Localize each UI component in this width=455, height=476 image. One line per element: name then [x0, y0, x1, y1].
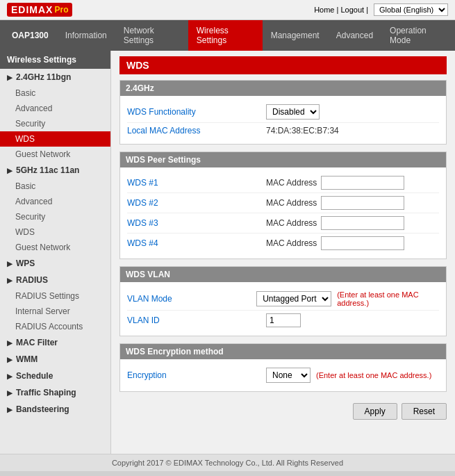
language-select[interactable]: Global (English) — [374, 3, 448, 16]
vlan-mode-hint: (Enter at least one MAC address.) — [337, 290, 439, 307]
nav-information[interactable]: Information — [57, 25, 115, 46]
wds3-mac-input[interactable] — [321, 216, 404, 230]
wds1-label[interactable]: WDS #1 — [127, 178, 266, 188]
sidebar-title: Wireless Settings — [0, 51, 110, 69]
local-mac-label[interactable]: Local MAC Address — [127, 126, 266, 136]
vlan-id-row: VLAN ID — [127, 311, 439, 330]
wds-functionality-select[interactable]: Disabled Enabled — [266, 104, 320, 120]
wds1-mac-input[interactable] — [321, 176, 404, 190]
device-name: OAP1300 — [3, 25, 57, 46]
reset-button[interactable]: Reset — [402, 403, 447, 420]
sidebar-group-mac-filter[interactable]: ▶ MAC Filter — [0, 334, 110, 351]
vlan-mode-select[interactable]: Untagged Port Tagged Port — [256, 291, 331, 306]
enc-hint: (Enter at least one MAC address.) — [316, 371, 431, 379]
sidebar-group-2.4ghz[interactable]: ▶ 2.4GHz 11bgn — [0, 69, 110, 85]
nav-bar: OAP1300 Information Network Settings Wir… — [0, 20, 455, 51]
page-title: WDS — [119, 56, 447, 74]
wds-functionality-row: WDS Functionality Disabled Enabled — [127, 101, 439, 123]
footer: Copyright 2017 © EDIMAX Technology Co., … — [0, 454, 455, 471]
wds1-row: WDS #1 MAC Address — [127, 173, 439, 193]
enc-label[interactable]: Encryption — [127, 370, 266, 380]
sidebar-group-traffic-shaping[interactable]: ▶ Traffic Shaping — [0, 384, 110, 401]
content-area: WDS 2.4GHz WDS Functionality Disabled En… — [111, 51, 455, 454]
nav-wireless-settings[interactable]: Wireless Settings — [188, 20, 263, 51]
section-enc-header: WDS Encryption method — [120, 344, 446, 359]
logo-pro-text: Pro — [54, 5, 68, 15]
sidebar-group-wmm[interactable]: ▶ WMM — [0, 351, 110, 368]
enc-row: Encryption None WEP WPA2 (Enter at least… — [127, 365, 439, 386]
wds-functionality-value: Disabled Enabled — [266, 104, 439, 120]
wds3-mac-label: MAC Address — [266, 218, 317, 228]
button-row: Apply Reset — [119, 399, 447, 424]
sidebar-group-bandsteering[interactable]: ▶ Bandsteering — [0, 401, 110, 418]
sidebar-item-guest-2.4[interactable]: Guest Network — [0, 147, 110, 162]
wds2-mac-label: MAC Address — [266, 198, 317, 208]
wds2-row: WDS #2 MAC Address — [127, 193, 439, 213]
sidebar-item-basic-2.4[interactable]: Basic — [0, 85, 110, 101]
nav-operation-mode[interactable]: Operation Mode — [381, 20, 452, 51]
sidebar-item-internal-server[interactable]: Internal Server — [0, 304, 110, 319]
logo: EDIMAX Pro — [7, 3, 72, 17]
nav-network-settings[interactable]: Network Settings — [115, 20, 188, 51]
section-vlan: WDS VLAN VLAN Mode Untagged Port Tagged … — [119, 266, 447, 336]
sidebar-item-security-5g[interactable]: Security — [0, 209, 110, 224]
sidebar-item-advanced-5g[interactable]: Advanced — [0, 194, 110, 209]
vlan-id-value — [266, 313, 301, 327]
section-peer-settings: WDS Peer Settings WDS #1 MAC Address WDS… — [119, 151, 447, 259]
wds3-row: WDS #3 MAC Address — [127, 213, 439, 233]
apply-button[interactable]: Apply — [353, 403, 397, 420]
sidebar: Wireless Settings ▶ 2.4GHz 11bgn Basic A… — [0, 51, 111, 454]
footer-text: Copyright 2017 © EDIMAX Technology Co., … — [112, 459, 343, 467]
wds3-mac: MAC Address — [266, 216, 439, 230]
section-2.4ghz-header: 2.4GHz — [120, 81, 446, 96]
vlan-id-input[interactable] — [266, 313, 301, 327]
sidebar-item-basic-5g[interactable]: Basic — [0, 179, 110, 194]
sidebar-item-security-2.4[interactable]: Security — [0, 116, 110, 131]
sidebar-item-guest-5g[interactable]: Guest Network — [0, 240, 110, 255]
section-encryption: WDS Encryption method Encryption None WE… — [119, 343, 447, 392]
wds1-mac: MAC Address — [266, 176, 439, 190]
sidebar-group-wps[interactable]: ▶ WPS — [0, 255, 110, 272]
section-2.4ghz: 2.4GHz WDS Functionality Disabled Enable… — [119, 80, 447, 145]
wds4-row: WDS #4 MAC Address — [127, 233, 439, 253]
local-mac-row: Local MAC Address 74:DA:38:EC:B7:34 — [127, 123, 439, 138]
section-peer-header: WDS Peer Settings — [120, 152, 446, 167]
top-links: Home | Logout | — [314, 6, 368, 14]
section-vlan-header: WDS VLAN — [120, 267, 446, 282]
sidebar-item-radius-accounts[interactable]: RADIUS Accounts — [0, 319, 110, 334]
nav-management[interactable]: Management — [263, 25, 328, 46]
wds3-label[interactable]: WDS #3 — [127, 218, 266, 228]
sidebar-item-advanced-2.4[interactable]: Advanced — [0, 101, 110, 116]
sidebar-item-wds-5g[interactable]: WDS — [0, 224, 110, 240]
wds4-mac-input[interactable] — [321, 236, 404, 250]
sidebar-group-schedule[interactable]: ▶ Schedule — [0, 368, 110, 384]
wds4-mac-label: MAC Address — [266, 238, 317, 248]
vlan-mode-row: VLAN Mode Untagged Port Tagged Port (Ent… — [127, 288, 439, 311]
vlan-mode-value: Untagged Port Tagged Port (Enter at leas… — [256, 290, 439, 307]
nav-advanced[interactable]: Advanced — [328, 25, 381, 46]
vlan-mode-label[interactable]: VLAN Mode — [127, 294, 256, 304]
wds-functionality-label[interactable]: WDS Functionality — [127, 107, 266, 117]
sidebar-item-radius-settings[interactable]: RADIUS Settings — [0, 288, 110, 304]
sidebar-group-radius[interactable]: ▶ RADIUS — [0, 272, 110, 288]
local-mac-value: 74:DA:38:EC:B7:34 — [266, 126, 439, 136]
sidebar-group-5ghz[interactable]: ▶ 5GHz 11ac 11an — [0, 162, 110, 179]
logo-edimax-text: EDIMAX — [11, 4, 53, 15]
wds4-label[interactable]: WDS #4 — [127, 238, 266, 248]
enc-select[interactable]: None WEP WPA2 — [266, 368, 311, 383]
sidebar-item-wds-2.4[interactable]: WDS — [0, 131, 110, 147]
wds4-mac: MAC Address — [266, 236, 439, 250]
wds2-mac: MAC Address — [266, 196, 439, 210]
wds2-mac-input[interactable] — [321, 196, 404, 210]
wds1-mac-label: MAC Address — [266, 178, 317, 188]
wds2-label[interactable]: WDS #2 — [127, 198, 266, 208]
vlan-id-label[interactable]: VLAN ID — [127, 315, 266, 325]
enc-value: None WEP WPA2 (Enter at least one MAC ad… — [266, 368, 431, 383]
